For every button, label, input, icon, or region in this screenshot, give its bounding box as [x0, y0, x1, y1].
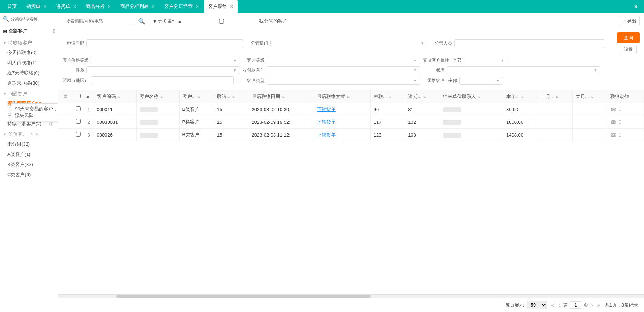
sidebar-item-overdue[interactable]: 逾期未联络(30) — [0, 78, 58, 88]
th-code[interactable]: 客户编码 ⇅ — [94, 90, 137, 103]
customer-level-select[interactable]: ▼ — [267, 57, 420, 64]
th-last-contact-method[interactable]: 最后联络方式 ⇅ — [314, 90, 370, 103]
price-level-select[interactable]: ▼ — [91, 57, 240, 64]
th-name[interactable]: 客户名称 ⇅ — [137, 90, 180, 103]
row-last-contact-date: 2023-02-03 11:12: — [249, 129, 314, 141]
tooltip-box: 90天未交易的客户，可能有流失风险。 — [11, 103, 58, 121]
th-settings[interactable]: ⚙ — [58, 90, 73, 103]
export-button[interactable]: ↑ 导出 — [620, 16, 640, 26]
more-action-icon[interactable]: ⁚⁚ — [619, 132, 621, 138]
scrollbar-thumb[interactable] — [116, 295, 371, 298]
sidebar-section-problem[interactable]: ▼ 问题客户 — [0, 88, 58, 98]
sidebar-item-a-class[interactable]: A类客户(1) — [0, 149, 58, 159]
nav-customer-contact[interactable]: 客户联络 ✕ — [204, 0, 238, 13]
nav-product-analysis-list-label: 商品分析列表 — [120, 3, 149, 10]
status-select[interactable]: ▼ — [447, 66, 600, 74]
sidebar-item-week[interactable]: 近7天待联络(0) — [0, 68, 58, 78]
next-page-button[interactable]: › — [590, 301, 595, 309]
sidebar-item-b-class[interactable]: B类客户(33) — [0, 159, 58, 170]
sidebar-all-customers[interactable]: ⊞ 全部客户 ⟪ — [0, 25, 58, 37]
select-all-checkbox[interactable] — [76, 94, 81, 98]
last-page-button[interactable]: » — [596, 301, 602, 309]
nav-customer-contact-close[interactable]: ✕ — [230, 4, 233, 9]
retail-customer-select[interactable]: ▼ — [459, 77, 503, 85]
overdue-label: 逾期未联络(30) — [7, 80, 39, 86]
th-checkbox[interactable] — [73, 90, 84, 103]
my-customers-checkbox[interactable]: 我分管的客户 — [185, 18, 287, 24]
nav-sales-close[interactable]: ✕ — [43, 4, 47, 9]
sidebar-item-ungroup[interactable]: 未分组(32) — [0, 139, 58, 149]
table-row: 1 000011 B类客户 15 2023-03-02 10:30: 下销货单 … — [58, 103, 644, 116]
region-dots[interactable]: ··· — [236, 78, 240, 84]
nav-purchase-close[interactable]: ✕ — [73, 4, 76, 9]
nav-product-analysis-list-close[interactable]: ✕ — [152, 4, 155, 9]
th-last-contact-date[interactable]: 最后联络日期 ⇅ — [249, 90, 314, 103]
th-last-month[interactable]: 上月... ⇅ — [538, 90, 572, 103]
contact-icon[interactable]: ☎ — [610, 119, 616, 125]
more-conditions-button[interactable]: ▼ 更多条件 ▲ — [152, 18, 182, 24]
nav-sales[interactable]: 销货单 ✕ — [22, 0, 51, 13]
sort-icon-unit: ⇅ — [477, 95, 480, 99]
payment-select[interactable]: ▼ — [267, 66, 420, 74]
th-unit-contact[interactable]: 往来单位联系人 ⇅ — [440, 90, 503, 103]
row-checkbox-cell[interactable] — [73, 116, 84, 129]
nature-label: 性质 — [63, 67, 84, 73]
more-action-icon[interactable]: ⁚⁚ — [619, 119, 621, 125]
current-page-input[interactable] — [569, 301, 582, 309]
page-size-select[interactable]: 50 100 — [527, 301, 547, 309]
nav-product-analysis[interactable]: 商品分析 ✕ — [81, 0, 115, 13]
manager-input[interactable] — [454, 39, 605, 48]
th-overdue[interactable]: 逾期... ⇅ — [405, 90, 440, 103]
th-this-year[interactable]: 本年... ⇅ — [503, 90, 538, 103]
row-last-contact-method[interactable]: 下销货单 — [314, 129, 370, 141]
my-customers-check[interactable] — [185, 19, 258, 24]
nav-customer-segment-close[interactable]: ✕ — [196, 4, 199, 9]
value-edit-icon[interactable]: ✎ — [35, 132, 39, 137]
nav-product-analysis-list[interactable]: 商品分析列表 ✕ — [116, 0, 159, 13]
sidebar-search-input[interactable] — [11, 16, 58, 21]
settings-button[interactable]: 设置 — [620, 45, 637, 54]
prev-page-button[interactable]: ‹ — [557, 301, 562, 309]
row-last-contact-method[interactable]: 下销货单 — [314, 116, 370, 129]
sidebar-item-c-class[interactable]: C类客户(6) — [0, 170, 58, 180]
contact-icon[interactable]: ☎ — [610, 106, 616, 112]
nav-purchase[interactable]: 进货单 ✕ — [52, 0, 81, 13]
row-last-contact-method[interactable]: 下销货单 — [314, 103, 370, 116]
row-checkbox-cell[interactable] — [73, 103, 84, 116]
th-this-month[interactable]: 本月... ⇅ — [572, 90, 607, 103]
retail-attr-select[interactable]: ▼ — [464, 57, 507, 64]
query-button[interactable]: 查询 — [617, 32, 640, 43]
sidebar-item-tomorrow[interactable]: 明天待联络(1) — [0, 58, 58, 68]
dept-select[interactable]: ▼ — [270, 40, 427, 47]
nature-select[interactable]: ▼ — [86, 66, 240, 74]
sidebar-section-pending[interactable]: ▼ 待联络客户 — [0, 37, 58, 48]
settings-gear-icon[interactable]: ⚙ — [63, 93, 68, 100]
horizontal-scrollbar[interactable] — [58, 294, 644, 298]
th-uncontacted[interactable]: 未联... ⇅ — [370, 90, 405, 103]
row-checkbox[interactable] — [76, 119, 81, 124]
th-contact[interactable]: 联络... ⇅ — [214, 90, 249, 103]
row-checkbox[interactable] — [76, 132, 81, 137]
status-label: 状态 — [423, 67, 445, 73]
contact-icon[interactable]: ☎ — [610, 132, 616, 138]
nav-product-analysis-close[interactable]: ✕ — [108, 4, 111, 9]
row-checkbox[interactable] — [76, 106, 81, 111]
customer-type-select[interactable]: ▼ — [267, 77, 420, 85]
th-level[interactable]: 客户... ⇅ — [179, 90, 214, 103]
nav-customer-contact-label: 客户联络 — [208, 3, 227, 10]
region-input[interactable] — [91, 76, 234, 85]
search-input[interactable] — [63, 17, 135, 25]
phone-input[interactable] — [86, 39, 243, 48]
manager-dots[interactable]: ··· — [607, 41, 611, 46]
sidebar-section-value[interactable]: ▼ 价值客户 ↻ ✎ — [0, 129, 58, 139]
more-action-icon[interactable]: ⁚⁚ — [619, 106, 621, 112]
first-page-button[interactable]: « — [550, 301, 556, 309]
row-level: B类客户 — [179, 116, 214, 129]
sidebar-item-today[interactable]: 今天待联络(0) — [0, 48, 58, 58]
window-close-button[interactable]: ✕ — [631, 3, 641, 10]
search-button[interactable]: 🔍 — [138, 18, 145, 25]
value-refresh-icon[interactable]: ↻ — [30, 132, 34, 137]
nav-customer-segment[interactable]: 客户分层经营 ✕ — [160, 0, 203, 13]
row-checkbox-cell[interactable] — [73, 129, 84, 141]
nav-home[interactable]: 首页 — [3, 0, 21, 13]
